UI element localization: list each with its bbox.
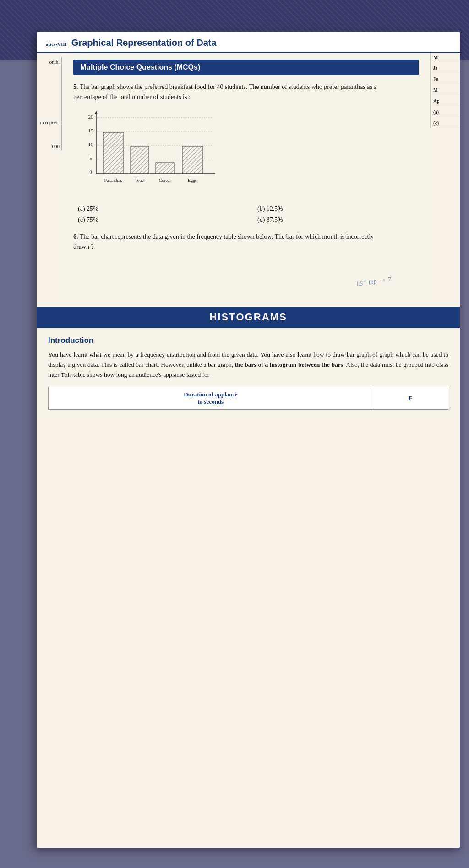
q5-option-d: (d) 37.5%: [257, 216, 419, 224]
chapter-label: atics-VIII: [46, 41, 67, 47]
page-container: atics-VIII Graphical Representation of D…: [37, 32, 460, 848]
y-axis-arrow: [95, 111, 98, 114]
intro-section: Introduction You have learnt what we mea…: [37, 328, 460, 418]
question-5: 5. The bar graph shows the preferred bre…: [73, 82, 419, 224]
bar-eggs: [182, 146, 203, 174]
bar-chart: 20 15 10 5 0: [82, 110, 220, 198]
side-note-month: onth.: [38, 59, 60, 65]
x-label-toast: Toast: [135, 178, 145, 183]
y-label-15: 15: [88, 128, 94, 133]
bar-cereal: [156, 163, 174, 174]
right-margin-header: M: [431, 53, 460, 62]
q5-body: The bar graph shows the preferred breakf…: [73, 83, 377, 100]
intro-paragraph: You have learnt what we mean by a freque…: [48, 350, 448, 380]
right-margin-ap: Ap: [431, 95, 460, 106]
q5-option-c: (c) 75%: [78, 216, 239, 224]
mcq-header: Multiple Choice Questions (MCQs): [73, 60, 419, 75]
q5-options: (a) 25% (b) 12.5% (c) 75% (d) 37.5%: [78, 205, 419, 224]
q6-body: The bar chart represents the data given …: [73, 233, 374, 250]
histograms-divider: HISTOGRAMS: [37, 307, 460, 328]
intro-title: Introduction: [48, 336, 448, 345]
question-6: 6. The bar chart represents the data giv…: [73, 232, 419, 253]
bold-bars: the bars of a histogram: [235, 361, 297, 368]
side-note-000: 000: [38, 143, 60, 149]
q5-option-a: (a) 25%: [78, 205, 239, 213]
right-margin-m: M: [431, 84, 460, 95]
right-margin-ja: Ja: [431, 62, 460, 73]
bottom-table: Duration of applausein seconds F: [48, 387, 448, 410]
y-label-5: 5: [89, 155, 92, 161]
handwriting-5: 5: [364, 277, 367, 283]
bar-chart-svg: 20 15 10 5 0: [82, 110, 215, 197]
q5-number: 5.: [73, 83, 78, 90]
table-header-duration: Duration of applausein seconds: [49, 387, 373, 410]
chapter-header: atics-VIII Graphical Representation of D…: [37, 32, 460, 53]
handwriting-ls: LS 5 top → 7: [355, 274, 392, 288]
question-5-text: 5. The bar graph shows the preferred bre…: [73, 82, 419, 103]
q5-option-b: (b) 12.5%: [257, 205, 419, 213]
table-header-f: F: [373, 387, 448, 410]
right-margin-a: (a): [431, 106, 460, 117]
handwriting-arrow: →: [377, 275, 387, 285]
q6-number: 6.: [73, 233, 78, 240]
bold-between: between the bars: [298, 361, 343, 368]
y-label-20: 20: [88, 114, 94, 120]
handwriting-7: 7: [387, 275, 392, 283]
question-6-text: 6. The bar chart represents the data giv…: [73, 232, 419, 253]
page-content: Multiple Choice Questions (MCQs) 5. The …: [62, 53, 430, 297]
right-margin-c: (c): [431, 117, 460, 128]
x-label-paranthas: Paranthas: [104, 178, 122, 183]
y-label-0: 0: [89, 169, 92, 175]
x-label-cereal: Cereal: [159, 178, 171, 183]
bottom-area: LS 5 top → 7: [73, 261, 419, 288]
bar-paranthas: [103, 132, 124, 174]
y-label-10: 10: [88, 142, 94, 147]
right-margin-fe: Fe: [431, 73, 460, 84]
handwriting-top: top: [368, 278, 377, 286]
handwriting-text: LS: [355, 280, 363, 287]
bar-toast: [131, 146, 149, 174]
x-label-eggs: Eggs: [188, 178, 197, 183]
side-note-rupees: in rupees.: [38, 120, 60, 125]
hist-o-char: O: [236, 311, 245, 323]
chapter-title: Graphical Representation of Data: [71, 38, 217, 48]
